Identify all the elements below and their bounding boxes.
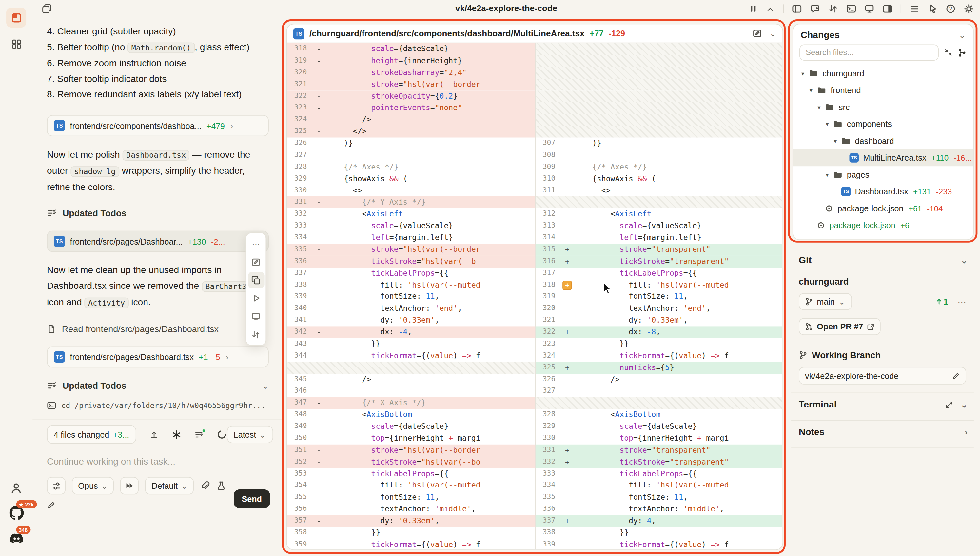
- send-button[interactable]: Send: [234, 490, 270, 508]
- typescript-icon: TS: [293, 28, 304, 39]
- diff-line: 352- tickStroke="hsl(var(--bo: [287, 456, 534, 468]
- terminal-section-header[interactable]: Terminal ⌄: [791, 393, 974, 412]
- file-change-chip[interactable]: TS frontend/src/components/dashboa... +4…: [47, 115, 269, 136]
- file-change-chip[interactable]: TS frontend/src/pages/Dashboar... +130 -…: [47, 231, 269, 252]
- chevron-right-icon: ›: [226, 352, 228, 362]
- branch-dropdown[interactable]: main ⌄: [799, 293, 851, 310]
- monitor-icon[interactable]: [248, 308, 264, 325]
- tree-folder-row[interactable]: ▾components: [793, 116, 973, 133]
- menu-icon[interactable]: [909, 3, 920, 14]
- tree-file-row[interactable]: TSDashboard.tsx+131-233: [793, 183, 973, 200]
- tree-folder-row[interactable]: ▾src: [793, 99, 973, 115]
- collapse-tree-icon[interactable]: [944, 48, 953, 57]
- file-change-chip[interactable]: TS frontend/src/pages/Dashboard.tsx +1 -…: [47, 346, 269, 367]
- inline-edit-icon[interactable]: [752, 29, 762, 38]
- tree-chevron-icon[interactable]: ▾: [822, 171, 832, 178]
- diff-line: 357- dy: '0.33em',: [287, 515, 534, 527]
- tree-file-row[interactable]: package-lock.json+6: [793, 217, 973, 234]
- lines-added: +130: [188, 237, 206, 246]
- latest-dropdown[interactable]: Latest ⌄: [227, 426, 273, 443]
- updated-todos-row[interactable]: Updated Todos ⌄: [47, 381, 269, 391]
- file-tree-view-toggle-icon[interactable]: [957, 48, 967, 57]
- fast-forward-button[interactable]: [120, 477, 139, 495]
- diff-line: 318+ fill: 'hsl(var(--muted: [535, 279, 782, 291]
- git-compare-icon[interactable]: [828, 3, 838, 14]
- diff-gap-row: [535, 196, 782, 208]
- tree-folder-row[interactable]: ▾dashboard: [793, 133, 973, 149]
- composer-input[interactable]: [47, 456, 269, 467]
- diff-line: 308: [535, 149, 782, 161]
- terminal-icon[interactable]: [846, 3, 856, 14]
- files-changed-chip[interactable]: 4 files changed +3...: [47, 425, 136, 444]
- tree-chevron-icon[interactable]: ▾: [831, 138, 840, 145]
- account-icon[interactable]: [10, 482, 23, 495]
- lines-added: +61: [909, 204, 922, 213]
- diff-lines-added: +77: [589, 29, 604, 38]
- pause-agent-icon[interactable]: [749, 4, 757, 13]
- updated-todos-row[interactable]: Updated Todos: [47, 208, 269, 218]
- commits-ahead[interactable]: 1: [935, 297, 948, 307]
- notes-section-header[interactable]: Notes ›: [791, 420, 974, 439]
- monitor-icon[interactable]: [864, 3, 875, 14]
- git-section-header[interactable]: Git ⌄: [791, 249, 974, 268]
- pointer-icon[interactable]: [928, 3, 938, 14]
- read-file-row[interactable]: Read frontend/src/pages/Dashboard.tsx: [47, 324, 269, 334]
- github-stars-badge: ★ 22k: [16, 500, 37, 509]
- diff-line: 341 dy: '0.33em',: [287, 314, 534, 326]
- file-path: frontend/src/pages/Dashboard.tsx: [70, 352, 194, 362]
- help-icon[interactable]: ?: [946, 3, 956, 14]
- todos-status-icon[interactable]: [194, 430, 204, 439]
- attachment-icon[interactable]: [200, 481, 210, 491]
- panel-right-icon[interactable]: [883, 3, 893, 14]
- app-logo-icon[interactable]: [6, 8, 26, 27]
- edit-pen-icon[interactable]: [952, 372, 960, 380]
- tree-file-row[interactable]: TSMultiLineArea.tsx+110-16...: [793, 149, 973, 166]
- expand-icon[interactable]: [945, 400, 953, 409]
- more-options-icon[interactable]: ⋯: [248, 236, 264, 252]
- chat-bubble-icon[interactable]: [810, 3, 820, 14]
- settings-gear-icon[interactable]: [964, 3, 974, 14]
- inline-code: Math.random(): [128, 42, 195, 53]
- git-more-menu[interactable]: ⋯: [957, 297, 966, 307]
- window-tabs-icon[interactable]: [42, 3, 52, 14]
- open-pr-button[interactable]: Open PR #7: [799, 318, 881, 335]
- panel-left-icon[interactable]: [792, 3, 802, 14]
- tree-chevron-icon[interactable]: ▾: [814, 104, 824, 111]
- tree-folder-row[interactable]: ▾churnguard: [793, 65, 973, 82]
- tree-file-row[interactable]: package-lock.json+61-104: [793, 200, 973, 217]
- beaker-icon[interactable]: [216, 481, 226, 491]
- sparkle-icon[interactable]: [172, 430, 181, 439]
- add-comment-button[interactable]: +: [562, 280, 572, 290]
- model-dropdown[interactable]: Opus ⌄: [72, 477, 114, 495]
- git-compare-icon[interactable]: [248, 326, 264, 343]
- workspaces-grid-icon[interactable]: [11, 39, 21, 49]
- chevron-down-icon[interactable]: ⌄: [959, 30, 965, 40]
- terminal-command-row[interactable]: cd /private/var/folders/10/h7w0q46556ggr…: [47, 401, 269, 410]
- diff-gap-row: [535, 397, 782, 409]
- tree-folder-row[interactable]: ▾pages: [793, 166, 973, 183]
- diff-line: 346: [287, 385, 534, 397]
- github-link[interactable]: ★ 22k: [9, 506, 24, 520]
- discord-link[interactable]: 346: [9, 532, 24, 546]
- tree-chevron-icon[interactable]: ▾: [822, 121, 832, 128]
- chevron-down-icon: ⌄: [961, 255, 967, 265]
- mode-dropdown[interactable]: Default ⌄: [145, 477, 194, 495]
- composer-settings-button[interactable]: [47, 477, 66, 495]
- search-files-input[interactable]: [799, 44, 939, 61]
- tree-chevron-icon[interactable]: ▾: [798, 70, 807, 77]
- working-branch-field[interactable]: vk/4e2a-explore-the-code: [799, 367, 966, 384]
- tree-chevron-icon[interactable]: ▾: [806, 87, 816, 94]
- collapse-up-icon[interactable]: [766, 4, 775, 13]
- terminal-icon: [47, 401, 57, 410]
- copy-icon[interactable]: [248, 272, 264, 288]
- edit-diff-icon[interactable]: [248, 254, 264, 270]
- push-up-icon[interactable]: [149, 430, 159, 439]
- chevron-down-icon[interactable]: ⌄: [262, 381, 269, 390]
- inline-code: Dashboard.tsx: [123, 150, 190, 160]
- run-icon[interactable]: [248, 290, 264, 307]
- diff-line: 343 }}: [287, 338, 534, 350]
- diff-line: 332 <AxisLeft: [287, 208, 534, 220]
- chevron-down-icon[interactable]: ⌄: [770, 29, 777, 38]
- tree-item-name: frontend: [831, 86, 861, 95]
- tree-folder-row[interactable]: ▾frontend: [793, 82, 973, 99]
